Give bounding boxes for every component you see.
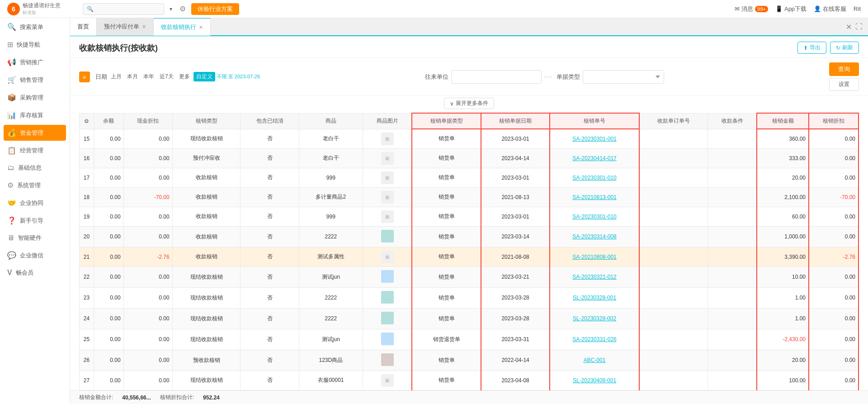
sidebar-item-guide[interactable]: ❓ 新手引导 — [0, 212, 70, 229]
top-dropdown-arrow[interactable]: ▾ — [170, 6, 172, 12]
cell-doc-type: 销货单 — [412, 226, 481, 247]
sidebar-item-wechat[interactable]: 💬 企业微信 — [0, 247, 70, 264]
doc-no-link[interactable]: SA-20230301-010 — [572, 175, 616, 181]
tab-receivable[interactable]: 收款核销执行 ✕ — [154, 18, 211, 36]
doc-no-link[interactable]: SL-20230328-002 — [573, 315, 616, 322]
tab-receivable-close[interactable]: ✕ — [199, 24, 203, 30]
cell-goods-img — [363, 266, 412, 287]
cell-doc-no: SA-20230414-017 — [550, 148, 639, 168]
last7days-btn[interactable]: 近7天 — [158, 72, 175, 81]
sidebar-item-sales[interactable]: 🛒 销售管理 — [0, 71, 70, 89]
refresh-button[interactable]: ↻ 刷新 — [830, 42, 859, 54]
online-service-item[interactable]: 👤 在线客服 — [814, 5, 846, 13]
custom-btn[interactable]: 自定义 — [193, 72, 215, 81]
cell-order-no — [639, 371, 708, 390]
th-goods: 商品 — [299, 113, 363, 129]
cell-goods: 衣服00001 — [299, 371, 363, 390]
th-verify-type: 核销类型 — [172, 113, 241, 129]
sidebar-item-quicknav[interactable]: ⊞ 快捷导航 — [0, 36, 70, 53]
cell-doc-no: SA-20210813-001 — [550, 187, 639, 207]
query-button[interactable]: 查询 — [829, 62, 859, 76]
column-settings-icon[interactable]: ⚙ — [84, 118, 89, 124]
cell-doc-date: 2023-04-14 — [481, 148, 550, 168]
th-payment-cond: 收款条件 — [708, 113, 757, 129]
doc-no-link[interactable]: SA-20230321-012 — [572, 274, 616, 280]
sidebar-item-operations[interactable]: 📋 经营管理 — [0, 142, 70, 159]
more-btn[interactable]: 更多 — [177, 72, 192, 81]
cell-doc-no: SL-20230328-002 — [550, 308, 639, 329]
sidebar-item-search[interactable]: 🔍 搜索菜单 — [0, 18, 70, 36]
sidebar-item-finance[interactable]: 💰 资金管理 — [4, 125, 66, 141]
row-index: 26 — [80, 350, 94, 371]
cell-verify-discount: 0.00 — [809, 168, 859, 187]
doc-no-link[interactable]: SA-20230301-010 — [572, 214, 616, 220]
sidebar-label-marketing: 营销推广 — [20, 58, 43, 67]
tab-close-all-icon[interactable]: ✕ — [846, 23, 852, 31]
footer-verify-discount-label: 核销折扣合计: — [160, 394, 194, 401]
row-index: 19 — [80, 207, 94, 226]
doc-no-link[interactable]: SL-20230328-001 — [573, 295, 616, 301]
app-download-item[interactable]: 📱 App下载 — [775, 5, 807, 13]
cell-goods-img — [363, 226, 412, 247]
sidebar-item-basics[interactable]: 🗂 基础信息 — [0, 159, 70, 176]
tab-prepaid-close[interactable]: ✕ — [142, 24, 146, 30]
main-layout: 🔍 搜索菜单 ⊞ 快捷导航 📢 营销推广 🛒 销售管理 📦 采购管理 📊 库存核… — [0, 18, 868, 404]
doc-no-link[interactable]: SA-20230314-008 — [572, 233, 616, 240]
sidebar-label-quicknav: 快捷导航 — [17, 41, 40, 49]
tab-home[interactable]: 首页 — [70, 18, 97, 36]
sidebar-item-smarthw[interactable]: 🖥 智能硬件 — [0, 229, 70, 247]
cell-verify-amount: 1.00 — [757, 308, 809, 329]
table-area[interactable]: ⚙ 余额 现金折扣 核销类型 包含已结清 商品 商品图片 核销单据类型 核销单据… — [70, 113, 868, 390]
cell-payment-cond — [708, 266, 757, 287]
doc-no-link[interactable]: SA-20210808-001 — [572, 254, 616, 260]
doc-no-link[interactable]: SA-20230301-001 — [572, 136, 616, 142]
this-year-btn[interactable]: 本年 — [142, 72, 156, 81]
cell-doc-date: 2023-03-14 — [481, 226, 550, 247]
last-month-btn[interactable]: 上月 — [109, 72, 123, 81]
export-icon: ⬆ — [803, 45, 808, 51]
table-row: 230.000.00现结收款核销否2222销货单2023-03-28SL-202… — [80, 287, 859, 308]
sidebar-item-member[interactable]: V 畅会员 — [0, 264, 70, 281]
sidebar-item-system[interactable]: ⚙ 系统管理 — [0, 176, 70, 194]
export-button[interactable]: ⬆ 导出 — [797, 42, 826, 54]
sidebar-item-marketing[interactable]: 📢 营销推广 — [0, 53, 70, 71]
this-month-btn[interactable]: 本月 — [125, 72, 140, 81]
cell-goods-img — [363, 350, 412, 371]
sidebar-item-enterprise[interactable]: 🤝 企业协同 — [0, 194, 70, 212]
cell-verify-discount: 0.00 — [809, 226, 859, 247]
cell-doc-no: ABC-001 — [550, 350, 639, 371]
partner-input[interactable] — [451, 70, 542, 84]
settings-icon[interactable]: ⚙ — [179, 5, 186, 13]
tab-expand-icon[interactable]: ⛶ — [855, 23, 863, 31]
th-verify-discount: 核销折扣 — [809, 113, 859, 129]
sidebar-label-enterprise: 企业协同 — [20, 199, 43, 207]
user-area[interactable]: Rit — [854, 5, 861, 12]
doc-no-link[interactable]: ABC-001 — [584, 357, 606, 363]
member-icon: V — [7, 269, 12, 277]
doc-no-link[interactable]: SA-20210813-001 — [572, 194, 616, 200]
filter-toggle-btn[interactable]: » — [79, 71, 90, 82]
doc-no-link[interactable]: SL-20230408-001 — [573, 377, 616, 384]
voucher-type-select[interactable] — [583, 70, 664, 84]
row-index: 27 — [80, 371, 94, 390]
doc-no-link[interactable]: SA-20230331-026 — [572, 336, 616, 342]
industry-button[interactable]: 休验行业方案 — [191, 3, 239, 15]
notifications-item[interactable]: ✉ 消息 99+ — [735, 5, 768, 13]
cell-cash-discount: 0.00 — [123, 350, 172, 371]
cell-cash-discount: 0.00 — [123, 287, 172, 308]
top-search-box[interactable]: 🔍 — [83, 3, 164, 15]
cell-goods-img: ▦ — [363, 247, 412, 266]
tab-prepaid[interactable]: 预付冲应付单 ✕ — [97, 18, 154, 36]
cell-verify-discount: 0.00 — [809, 329, 859, 350]
doc-no-link[interactable]: SA-20230414-017 — [572, 155, 616, 162]
expand-conditions-btn[interactable]: ∨ 展开更多条件 — [444, 98, 494, 109]
sidebar-item-inventory[interactable]: 📊 库存核算 — [0, 106, 70, 124]
setting-button[interactable]: 设置 — [829, 78, 859, 91]
sidebar-item-purchase[interactable]: 📦 采购管理 — [0, 89, 70, 106]
cell-balance: 0.00 — [94, 308, 124, 329]
cell-doc-no: SL-20230408-001 — [550, 371, 639, 390]
cell-goods: 123D商品 — [299, 350, 363, 371]
cell-cash-discount: 0.00 — [123, 129, 172, 148]
cell-goods-img — [363, 287, 412, 308]
cell-verify-discount: 0.00 — [809, 148, 859, 168]
